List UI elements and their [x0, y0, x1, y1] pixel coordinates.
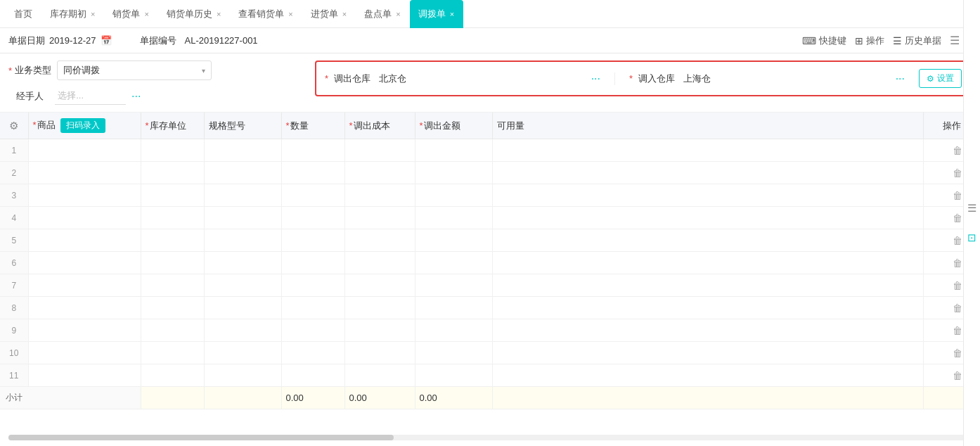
shortcut-button[interactable]: ⌨ 快捷键 — [802, 34, 846, 47]
table-row: 8🗑⧉ — [0, 297, 980, 319]
right-sidebar: ☰ ⊡ — [963, 0, 980, 446]
out-warehouse-more-button[interactable]: ··· — [591, 72, 600, 85]
col-header-spec: 规格型号 — [204, 113, 281, 139]
horizontal-scrollbar[interactable] — [8, 435, 972, 440]
required-star: * — [8, 65, 12, 76]
doc-num-label: 单据编号 — [140, 34, 176, 47]
delete-row-icon[interactable]: 🗑 — [953, 325, 962, 336]
form-left: * 业务类型 同价调拨 ▾ 经手人 选择... ··· — [8, 60, 304, 105]
tab-sales-order[interactable]: 销货单 × — [104, 0, 157, 28]
operation-button[interactable]: ⊞ 操作 — [855, 34, 884, 47]
chevron-down-icon: ▾ — [202, 67, 205, 75]
table-row: 1🗑⧉ — [0, 139, 980, 162]
table-row: 5🗑⧉ — [0, 229, 980, 252]
in-warehouse-value: 上海仓 — [683, 72, 711, 85]
required-star-out: * — [325, 73, 328, 84]
history-button[interactable]: ☰ 历史单据 — [893, 34, 941, 47]
tab-close-transfer[interactable]: × — [450, 10, 454, 18]
tab-close-sales-order[interactable]: × — [144, 10, 148, 18]
in-warehouse-label: 调入仓库 — [638, 72, 675, 85]
delete-row-icon[interactable]: 🗑 — [953, 280, 962, 291]
table-row: 9🗑⧉ — [0, 319, 980, 342]
handler-label: 经手人 — [8, 90, 44, 103]
delete-row-icon[interactable]: 🗑 — [953, 167, 962, 179]
delete-row-icon[interactable]: 🗑 — [953, 212, 962, 224]
handler-more-button[interactable]: ··· — [131, 90, 141, 103]
delete-row-icon[interactable]: 🗑 — [953, 257, 962, 269]
col-header-cost: *调出成本 — [344, 113, 415, 139]
handler-placeholder[interactable]: 选择... — [55, 87, 126, 105]
list-view-icon[interactable]: ☰ — [950, 34, 960, 47]
business-type-row: * 业务类型 同价调拨 ▾ — [8, 60, 304, 80]
col-header-settings: ⚙ — [0, 113, 28, 139]
data-table: ⚙ *商品 扫码录入 *库存单位 规格型号 *数量 — [0, 113, 980, 409]
table-row: 4🗑⧉ — [0, 207, 980, 229]
date-field: 单据日期 2019-12-27 📅 — [8, 34, 112, 47]
form-area: * 业务类型 同价调拨 ▾ 经手人 选择... ··· — [0, 53, 980, 113]
delete-row-icon[interactable]: 🗑 — [953, 302, 962, 314]
doc-num-value: AL-20191227-001 — [185, 35, 258, 46]
tab-inventory-init[interactable]: 库存期初 × — [41, 0, 104, 28]
business-type-label: * 业务类型 — [8, 64, 51, 77]
scroll-thumb[interactable] — [8, 435, 394, 440]
table-row: 10🗑⧉ — [0, 342, 980, 364]
table-row: 7🗑⧉ — [0, 274, 980, 297]
date-value: 2019-12-27 — [49, 35, 96, 46]
warehouse-row: * 调出仓库 北京仓 ··· * 调入仓库 上海仓 ··· ⚙ — [325, 69, 962, 88]
gear-icon: ⚙ — [927, 74, 934, 84]
handler-row: 经手人 选择... ··· — [8, 87, 304, 105]
delete-row-icon[interactable]: 🗑 — [953, 145, 962, 156]
delete-row-icon[interactable]: 🗑 — [953, 370, 962, 381]
tab-close-sales-history[interactable]: × — [217, 10, 221, 18]
calendar-icon[interactable]: 📅 — [101, 35, 112, 46]
delete-row-icon[interactable]: 🗑 — [953, 190, 962, 201]
table-row: 2🗑⧉ — [0, 162, 980, 184]
col-header-unit: *库存单位 — [141, 113, 204, 139]
table-row: 6🗑⧉ — [0, 252, 980, 274]
col-header-qty: *数量 — [281, 113, 344, 139]
list-icon[interactable]: ☰ — [967, 198, 976, 219]
in-warehouse-more-button[interactable]: ··· — [896, 72, 905, 85]
tab-stocktake[interactable]: 盘点单 × — [356, 0, 409, 28]
delete-row-icon[interactable]: 🗑 — [953, 235, 962, 246]
scan-input-button[interactable]: 扫码录入 — [60, 118, 105, 133]
business-type-select[interactable]: 同价调拨 ▾ — [57, 60, 212, 80]
table-row: 11🗑⧉ — [0, 364, 980, 387]
tab-close-inventory-init[interactable]: × — [91, 10, 95, 18]
table-settings-icon[interactable]: ⚙ — [9, 120, 18, 132]
out-warehouse-value: 北京仓 — [379, 72, 406, 85]
tab-sales-history[interactable]: 销货单历史 × — [158, 0, 230, 28]
tab-home[interactable]: 首页 — [6, 0, 41, 28]
subtotal-row: 小计 0.00 0.00 0.00 — [0, 387, 980, 409]
keyboard-icon: ⌨ — [802, 35, 816, 46]
tab-view-sales[interactable]: 查看销货单 × — [230, 0, 302, 28]
tab-close-view-sales[interactable]: × — [288, 10, 292, 18]
tab-bar: 首页 库存期初 × 销货单 × 销货单历史 × 查看销货单 × 进货单 × 盘点… — [0, 0, 980, 28]
history-icon: ☰ — [893, 35, 902, 46]
warehouse-form: * 调出仓库 北京仓 ··· * 调入仓库 上海仓 ··· ⚙ — [315, 60, 972, 96]
required-star-in: * — [629, 73, 633, 84]
col-header-available: 可用量 — [492, 113, 924, 139]
col-header-amount: *调出金额 — [415, 113, 492, 139]
tab-close-stocktake[interactable]: × — [396, 10, 400, 18]
table-container: ⚙ *商品 扫码录入 *库存单位 规格型号 *数量 — [0, 113, 980, 435]
col-header-product: *商品 扫码录入 — [28, 113, 141, 139]
date-label: 单据日期 — [8, 34, 45, 47]
table-row: 3🗑⧉ — [0, 184, 980, 207]
tab-close-purchase[interactable]: × — [342, 10, 347, 18]
toolbar: 单据日期 2019-12-27 📅 单据编号 AL-20191227-001 ⌨… — [0, 28, 980, 53]
setting-button[interactable]: ⚙ 设置 — [919, 69, 962, 88]
operation-icon: ⊞ — [855, 35, 863, 46]
doc-num-field: 单据编号 AL-20191227-001 — [140, 34, 258, 47]
in-warehouse-item: * 调入仓库 上海仓 ··· — [614, 72, 905, 85]
out-warehouse-item: * 调出仓库 北京仓 ··· — [325, 72, 600, 85]
tab-transfer[interactable]: 调拨单 × — [410, 0, 463, 28]
tab-purchase[interactable]: 进货单 × — [302, 0, 356, 28]
out-warehouse-label: 调出仓库 — [334, 72, 370, 85]
delete-row-icon[interactable]: 🗑 — [953, 348, 962, 359]
expand-icon[interactable]: ⊡ — [967, 227, 976, 248]
